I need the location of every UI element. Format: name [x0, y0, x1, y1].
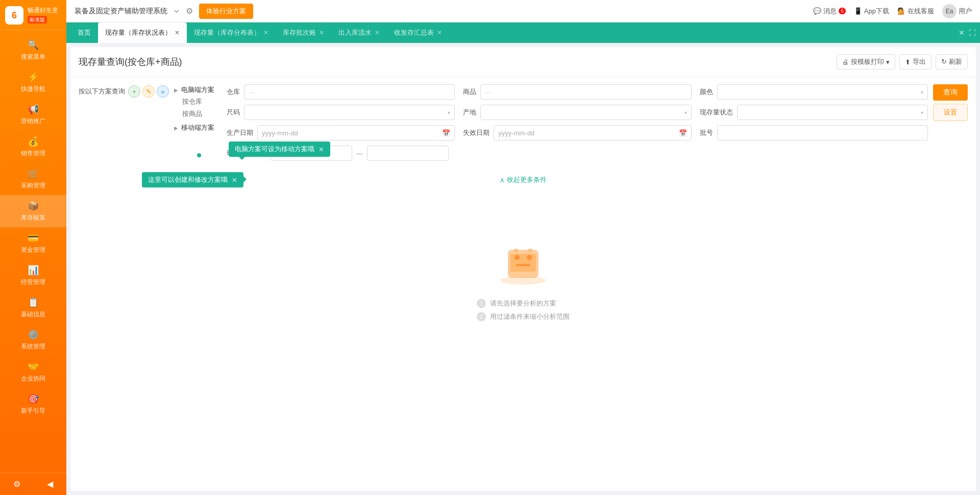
newbie-icon: 🎯 — [28, 393, 39, 405]
sidebar-settings-btn[interactable]: ⚙ — [13, 479, 20, 489]
svg-rect-7 — [528, 249, 532, 252]
goods-field: 商品 ··· — [463, 84, 691, 100]
batch-label: 批号 — [700, 128, 713, 137]
system-select-btn[interactable] — [174, 8, 180, 14]
sidebar-bottom: ⚙ ◀ — [0, 473, 66, 495]
phone-icon: 📱 — [854, 7, 862, 15]
filter-fields-area: 仓库 ··· 商品 ··· — [227, 84, 928, 166]
print-icon: 🖨 — [842, 58, 849, 66]
sidebar-item-search[interactable]: 🔍 搜索菜单 — [0, 34, 66, 66]
sidebar-item-enterprise[interactable]: 🤝 企业协同 — [0, 356, 66, 388]
sidebar-nav: 🔍 搜索菜单 ⚡ 快捷导航 📢 营销推广 💰 销售管理 🛒 采购管理 📦 库存核… — [0, 30, 66, 473]
scheme-item-warehouse[interactable]: 按仓库 — [182, 96, 214, 108]
tooltip-scheme-close-btn[interactable]: ✕ — [318, 146, 324, 153]
scheme-list: ▶ 电脑端方案 按仓库 按商品 — [172, 84, 214, 133]
empty-steps: 1 请先选择要分析的方案 2 用过滤条件来缩小分析范围 — [477, 299, 570, 321]
goods-select[interactable]: ··· — [480, 84, 691, 100]
scheme-item-goods[interactable]: 按商品 — [182, 108, 214, 120]
tab-close-all-btn[interactable]: ✕ — [959, 29, 965, 37]
empty-state: 1 请先选择要分析的方案 2 用过滤条件来缩小分析范围 — [70, 188, 976, 362]
close-tab-batch-ledger[interactable]: ✕ — [319, 29, 324, 36]
refresh-icon: ↻ — [941, 58, 947, 65]
edit-scheme-btn[interactable]: ✎ — [142, 85, 155, 98]
close-tab-inventory-dist[interactable]: ✕ — [263, 29, 268, 36]
message-badge: 6 — [839, 8, 846, 14]
mobile-scheme-group: ▶ 移动端方案 — [174, 122, 214, 133]
online-service-btn[interactable]: 💁 在线客服 — [897, 7, 934, 16]
sidebar-item-finance[interactable]: 💳 资金管理 — [0, 227, 66, 260]
purchase-icon: 🛒 — [28, 168, 39, 179]
collapse-conditions-btn[interactable]: ∧ 收起更多条件 — [500, 175, 547, 184]
batch-input[interactable] — [717, 125, 928, 140]
warehouse-select[interactable]: ··· — [244, 84, 455, 100]
tab-inventory-dist[interactable]: 现存量（库存分布表） ✕ — [187, 22, 276, 43]
service-icon: 💁 — [897, 7, 905, 15]
stock-main-max-input[interactable] — [367, 146, 449, 161]
mfg-date-input[interactable]: yyyy-mm-dd 📅 — [257, 125, 455, 140]
enterprise-icon: 🤝 — [28, 361, 39, 372]
header-right: 💬 消息 6 📱 App下载 💁 在线客服 Ea 用户 — [813, 4, 972, 18]
sidebar-item-newbie[interactable]: 🎯 新手引导 — [0, 388, 66, 420]
exp-date-input[interactable]: yyyy-mm-dd 📅 — [494, 125, 691, 140]
tab-inventory-status[interactable]: 现存量（库存状况表） ✕ — [98, 22, 187, 43]
operation-icon: 📊 — [28, 265, 39, 276]
tab-home[interactable]: 首页 — [70, 22, 98, 43]
inventory-icon: 📦 — [28, 200, 39, 211]
tab-in-out-flow[interactable]: 出入库流水 ✕ — [331, 22, 387, 43]
sidebar-item-guide[interactable]: ⚡ 快捷导航 — [0, 66, 66, 99]
close-tab-inventory-status[interactable]: ✕ — [175, 29, 180, 36]
sidebar-item-system[interactable]: ⚙️ 系统管理 — [0, 324, 66, 356]
trial-btn[interactable]: 体验行业方案 — [199, 4, 253, 19]
content-area: 现存量查询(按仓库+商品) 🖨 按模板打印 ▾ ⬆ 导出 ↻ 刷新 — [70, 47, 976, 491]
sidebar-item-purchase[interactable]: 🛒 采购管理 — [0, 163, 66, 195]
tab-expand-btn[interactable]: ⛶ — [969, 29, 976, 37]
sidebar-item-marketing[interactable]: 📢 营销推广 — [0, 99, 66, 131]
stock-status-select[interactable]: ▾ — [737, 105, 928, 120]
mfg-calendar-icon[interactable]: 📅 — [442, 129, 450, 137]
back-scheme-btn[interactable]: « — [157, 85, 169, 98]
exp-calendar-icon[interactable]: 📅 — [679, 129, 687, 137]
refresh-btn[interactable]: ↻ 刷新 — [936, 54, 968, 69]
svg-rect-5 — [516, 264, 530, 266]
mobile-scheme-header[interactable]: ▶ 移动端方案 — [174, 122, 214, 133]
mfg-date-field: 生产日期 yyyy-mm-dd 📅 — [227, 125, 455, 140]
tooltip-scheme: 电脑方案可设为移动方案哦 ✕ — [229, 142, 330, 157]
sidebar-collapse-btn[interactable]: ◀ — [47, 479, 53, 489]
sidebar-item-base[interactable]: 📋 基础信息 — [0, 292, 66, 324]
template-print-btn[interactable]: 🖨 按模板打印 ▾ — [837, 54, 895, 69]
goods-dots: ··· — [485, 88, 491, 96]
stock-status-field: 现存量状态 ▾ — [700, 105, 928, 120]
filter-row-4: 现存量（主） — — [227, 146, 928, 161]
sidebar-item-inventory[interactable]: 📦 库存核算 — [0, 195, 66, 227]
logo-icon: 6 — [5, 6, 23, 25]
sidebar-item-operation[interactable]: 📊 经营管理 — [0, 260, 66, 292]
tooltip-create-close-btn[interactable]: ✕ — [232, 176, 237, 184]
goods-label: 商品 — [463, 87, 476, 97]
user-menu[interactable]: Ea 用户 — [942, 4, 972, 18]
tab-batch-ledger[interactable]: 库存批次账 ✕ — [276, 22, 331, 43]
tab-bar-actions: ✕ ⛶ — [959, 29, 976, 37]
sidebar-item-sales[interactable]: 💰 销售管理 — [0, 131, 66, 163]
header-settings-btn[interactable]: ⚙ — [186, 6, 193, 16]
reset-btn[interactable]: 设置 — [933, 104, 968, 121]
tab-collect-summary[interactable]: 收发存汇总表 ✕ — [387, 22, 449, 43]
close-tab-in-out-flow[interactable]: ✕ — [375, 29, 380, 36]
system-icon: ⚙️ — [28, 329, 39, 340]
desktop-scheme-header[interactable]: ▶ 电脑端方案 — [174, 84, 214, 96]
svg-rect-6 — [514, 249, 518, 252]
message-btn[interactable]: 💬 消息 6 — [813, 7, 846, 16]
search-btn[interactable]: 查询 — [933, 84, 968, 101]
size-field: 尺码 ▾ — [227, 105, 455, 120]
origin-select[interactable]: ▾ — [480, 105, 691, 120]
empty-step-2: 2 用过滤条件来缩小分析范围 — [477, 312, 570, 321]
size-select[interactable]: ▾ — [244, 105, 455, 120]
app-download-btn[interactable]: 📱 App下载 — [854, 7, 889, 16]
step-2-text: 用过滤条件来缩小分析范围 — [490, 312, 570, 321]
add-scheme-btn[interactable]: + — [128, 85, 140, 98]
step-1-text: 请先选择要分析的方案 — [490, 299, 556, 308]
search-buttons: 查询 设置 — [933, 84, 968, 121]
chevron-down-icon: ▾ — [886, 58, 890, 66]
color-select[interactable]: ▾ — [717, 84, 928, 100]
export-btn[interactable]: ⬆ 导出 — [899, 54, 932, 69]
close-tab-collect-summary[interactable]: ✕ — [437, 29, 442, 36]
